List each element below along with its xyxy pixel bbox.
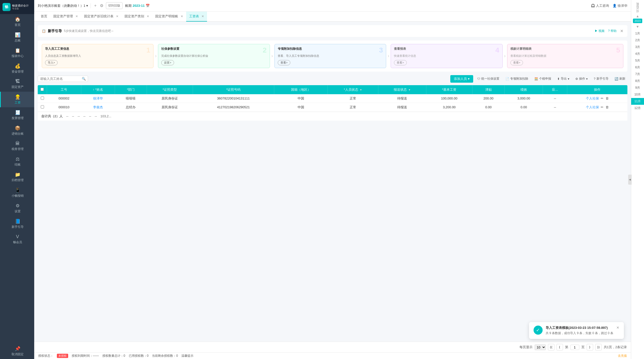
tab-close-icon[interactable]: ✕: [116, 15, 118, 18]
sidebar-item-总账[interactable]: 📊 总账: [0, 30, 34, 45]
sidebar-item-固定资产[interactable]: 🏗 固定资产: [0, 76, 34, 92]
month-item-10月[interactable]: 10月: [631, 91, 644, 98]
settings-icon[interactable]: ⚙: [100, 3, 103, 8]
row-edit-icon-0[interactable]: ✏: [601, 96, 603, 100]
wizard-btn[interactable]: ? 新手引导: [592, 76, 611, 82]
step-btn-2[interactable]: 设置>: [161, 60, 174, 65]
personal-tax-btn[interactable]: 🧮 个税申报: [532, 76, 553, 82]
period-selector[interactable]: 账期 2023-11 📅: [125, 4, 150, 8]
social-insurance-btn[interactable]: 🛡 统一社保设置: [475, 76, 501, 82]
col-id-type: *证照类型: [147, 85, 193, 94]
sidebar-cancel-pin[interactable]: 📌 取消固定: [0, 343, 34, 359]
activate-link[interactable]: 去充值: [618, 354, 627, 358]
next-page-btn[interactable]: ⟩: [587, 344, 593, 350]
row-delete-icon-0[interactable]: 🗑: [606, 96, 609, 100]
sidebar-item-首页[interactable]: 🏠 首页: [0, 14, 34, 30]
page-number-input[interactable]: [570, 345, 579, 350]
topbar-divider-1: [91, 3, 91, 8]
row-id-num-1: 412702198206290521: [193, 103, 274, 112]
sidebar-item-小畅报销[interactable]: 📱 小畅报销: [0, 185, 34, 200]
month-item-7月[interactable]: 7月: [631, 71, 644, 78]
tab-固定资产管理[interactable]: 固定资产管理✕: [50, 12, 81, 22]
sidebar-item-结账[interactable]: ⚖ 结账: [0, 154, 34, 169]
step-btn-3[interactable]: 查看>: [278, 60, 290, 65]
sidebar-item-报表中心[interactable]: 📋 报表中心: [0, 45, 34, 61]
sidebar-item-发票管理[interactable]: 🧾 发票管理: [0, 107, 34, 123]
month-item-12月[interactable]: 12月: [631, 105, 644, 112]
tabs-list: 首页固定资产管理✕固定资产折旧统计表✕固定资产类别✕固定资产明细账✕工资表✕: [38, 12, 207, 21]
operation-icon: ⚙: [575, 77, 578, 81]
month-item-1月[interactable]: 1月: [631, 30, 644, 37]
step-btn-1[interactable]: 导入>: [45, 60, 58, 65]
month-item-3月[interactable]: 3月: [631, 44, 644, 50]
month-item-9月[interactable]: 9月: [631, 84, 644, 91]
month-item-2月[interactable]: 2月: [631, 37, 644, 44]
sidebar-item-工资[interactable]: 👷 工资: [0, 92, 34, 107]
sidebar-item-进销台账[interactable]: 📦 进销台账: [0, 123, 34, 138]
row-name-1[interactable]: 李俊杰: [81, 103, 115, 112]
search-input[interactable]: [40, 77, 80, 81]
last-page-btn[interactable]: ⟩⟩: [595, 344, 602, 350]
row-action-link-0[interactable]: 个人社保: [586, 96, 599, 100]
row-total-0: --: [543, 94, 567, 103]
toast-close-btn[interactable]: ✕: [616, 326, 619, 330]
add-account-icon[interactable]: ＋: [93, 3, 97, 8]
wizard-video-btn[interactable]: ▶ 视频: [595, 29, 605, 33]
tab-close-icon[interactable]: ✕: [202, 15, 204, 18]
sidebar-item-畅会员[interactable]: V 畅会员: [0, 232, 34, 247]
sidebar-item-税务管理[interactable]: 🏛 税务管理: [0, 138, 34, 154]
panel-year-up-btn[interactable]: ▲: [636, 14, 639, 18]
row-select-checkbox-1[interactable]: [41, 105, 44, 109]
ai-consult-btn[interactable]: 🎧 人工咨询: [591, 4, 609, 8]
export-btn[interactable]: ⬆ 导出 ▾: [555, 76, 571, 82]
select-all-checkbox[interactable]: [41, 88, 44, 91]
sidebar-item-新手引导[interactable]: 📘 新手引导: [0, 216, 34, 232]
sidebar-item-归档管理[interactable]: 📁 归档管理: [0, 169, 34, 185]
sidebar-item-资金管理[interactable]: 💰 资金管理: [0, 61, 34, 76]
search-icon[interactable]: 🔍: [82, 77, 86, 81]
panel-year-down-btn[interactable]: ▼: [636, 25, 639, 29]
step-title-2: 社保参数设置: [161, 47, 266, 51]
tab-close-icon[interactable]: ✕: [147, 15, 149, 18]
month-item-6月[interactable]: 6月: [631, 64, 644, 71]
month-item-8月[interactable]: 8月: [631, 78, 644, 84]
tab-工资表[interactable]: 工资表✕: [186, 12, 207, 22]
row-checkbox-0[interactable]: [38, 94, 47, 103]
month-item-5月[interactable]: 5月: [631, 57, 644, 64]
tab-首页[interactable]: 首页: [38, 12, 50, 22]
row-select-checkbox-0[interactable]: [41, 96, 44, 100]
row-delete-icon-1[interactable]: 🗑: [606, 105, 609, 109]
panel-toggle-btn[interactable]: ◀: [628, 175, 632, 185]
operation-btn[interactable]: ⚙ 操作 ▾: [573, 76, 590, 82]
row-edit-icon-1[interactable]: ✏: [601, 105, 603, 109]
row-report-status-1: 待报送: [378, 103, 426, 112]
step-btn-5[interactable]: 查看>: [510, 60, 523, 65]
account-selector[interactable]: 刘小艳演示账套（勿删勿动！）1 ▾: [38, 4, 88, 8]
tab-固定资产类别[interactable]: 固定资产类别✕: [122, 12, 152, 22]
switch-version-btn[interactable]: 切到旧版: [106, 2, 123, 9]
tab-固定资产折旧统计表[interactable]: 固定资产折旧统计表✕: [81, 12, 122, 22]
tab-close-icon[interactable]: ✕: [75, 15, 78, 18]
row-checkbox-1[interactable]: [38, 103, 47, 112]
row-action-link-1[interactable]: 个人社保: [586, 105, 599, 109]
first-page-btn[interactable]: ⟨⟨: [548, 344, 554, 350]
wizard-close-btn[interactable]: ✕: [620, 29, 623, 33]
sidebar-icon-14: V: [16, 234, 19, 239]
tab-固定资产明细账[interactable]: 固定资产明细账✕: [152, 12, 186, 22]
current-year-badge[interactable]: 2023: [633, 19, 642, 23]
sidebar-item-设置[interactable]: ⚙ 设置: [0, 200, 34, 216]
refresh-btn[interactable]: 🔄 刷新: [613, 76, 627, 82]
per-page-select[interactable]: 10 20 50: [535, 344, 546, 350]
month-item-4月[interactable]: 4月: [631, 50, 644, 57]
wizard-help-btn[interactable]: ? 帮助: [608, 29, 617, 33]
row-name-0[interactable]: 徐泽华: [81, 94, 115, 103]
user-profile[interactable]: 👤 徐泽华: [613, 4, 627, 8]
sidebar-logo[interactable]: 畅 畅捷通好会计 专业版: [0, 0, 34, 14]
row-action-1: 个人社保 ✏ 🗑: [567, 103, 627, 112]
add-person-btn[interactable]: 添加人员 ▾: [450, 75, 473, 83]
prev-page-btn[interactable]: ⟨: [556, 344, 563, 350]
month-item-11月[interactable]: 11月: [631, 98, 644, 105]
tab-close-icon[interactable]: ✕: [181, 15, 183, 18]
step-btn-4[interactable]: 查看>: [394, 60, 407, 65]
special-deduction-btn[interactable]: 📄 专项附加扣除: [503, 76, 530, 82]
